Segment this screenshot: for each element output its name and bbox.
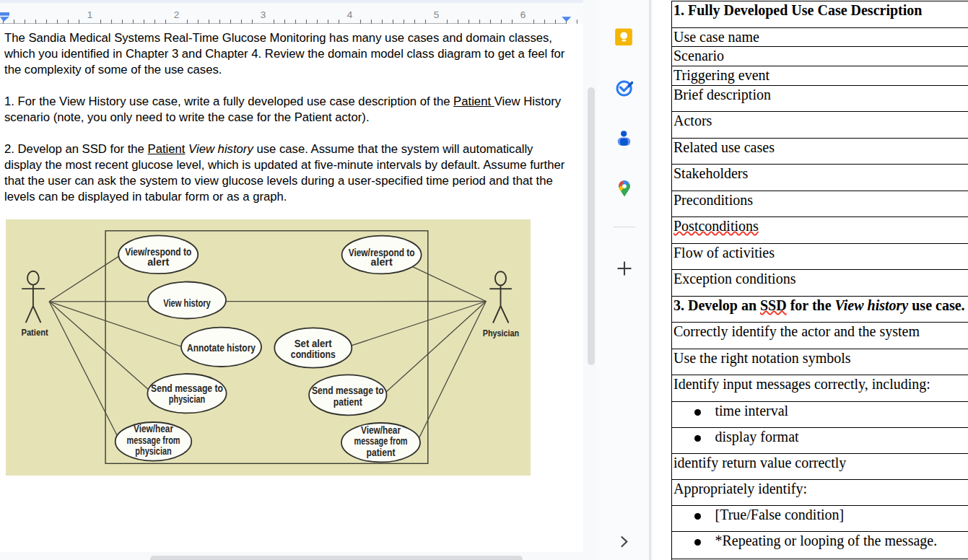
svg-text:Annotate history: Annotate history — [187, 342, 256, 354]
svg-text:View/hear: View/hear — [361, 424, 401, 436]
svg-text:conditions: conditions — [291, 349, 336, 360]
svg-text:3: 3 — [261, 9, 266, 20]
svg-text:2: 2 — [174, 9, 180, 20]
svg-text:physician: physician — [135, 445, 171, 457]
svg-text:Physician: Physician — [483, 328, 519, 338]
svg-text:6: 6 — [520, 9, 526, 20]
svg-text:4: 4 — [347, 9, 353, 20]
svg-text:View history: View history — [163, 297, 211, 308]
svg-text:physician: physician — [169, 394, 205, 406]
svg-text:Patient: Patient — [21, 327, 48, 338]
svg-text:5: 5 — [434, 9, 440, 20]
svg-text:alert: alert — [371, 257, 393, 268]
svg-text:message from: message from — [127, 434, 180, 446]
svg-text:1: 1 — [87, 9, 93, 20]
svg-text:View/hear: View/hear — [134, 423, 173, 434]
svg-text:alert: alert — [147, 256, 169, 268]
svg-text:Send message to: Send message to — [312, 385, 384, 396]
svg-text:patient: patient — [367, 447, 396, 458]
svg-text:message from: message from — [354, 436, 408, 447]
svg-text:patient: patient — [333, 396, 363, 408]
svg-text:Send message to: Send message to — [151, 382, 223, 394]
